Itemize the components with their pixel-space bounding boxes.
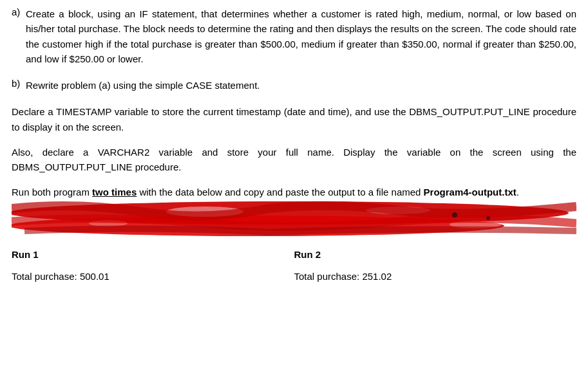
run2-label: Total purchase: (294, 271, 360, 282)
section-a-label: a) (12, 6, 26, 66)
run1-label: Total purchase: (12, 271, 77, 282)
runs-section: Run 1 Total purchase: 500.01 Run 2 Total… (12, 249, 576, 284)
run1-title: Run 1 (12, 249, 294, 260)
section-a: a) Create a block, using an IF statement… (12, 6, 576, 66)
run2-data: Total purchase: 251.02 (294, 269, 577, 284)
run-both-end: . (517, 187, 519, 198)
run-both-bold: two times (92, 187, 137, 198)
section-b: b) Rewrite problem (a) using the simple … (12, 78, 576, 93)
run2-value: 251.02 (362, 271, 392, 282)
section-b-label: b) (12, 78, 26, 93)
run-both-block: Run both program two times with the data… (12, 185, 576, 235)
run1-value: 500.01 (80, 271, 109, 282)
run-both-bold2: Program4-output.txt (424, 187, 517, 198)
paragraph-varchar: Also, declare a VARCHAR2 variable and st… (12, 145, 576, 175)
section-a-text: Create a block, using an IF statement, t… (26, 6, 576, 66)
svg-point-6 (452, 212, 457, 217)
run-both-suffix: with the data below and copy and paste t… (137, 187, 423, 198)
section-b-text: Rewrite problem (a) using the simple CAS… (26, 78, 576, 93)
redaction-svg (12, 199, 576, 236)
run-both-line: Run both program two times with the data… (12, 185, 576, 199)
run1-data: Total purchase: 500.01 (12, 269, 294, 284)
paragraph-timestamp: Declare a TIMESTAMP variable to store th… (12, 104, 576, 134)
svg-point-7 (486, 216, 490, 220)
content-area: a) Create a block, using an IF statement… (12, 6, 576, 284)
run-both-prefix: Run both program (12, 187, 92, 198)
run2-column: Run 2 Total purchase: 251.02 (294, 249, 577, 284)
redacted-overlay (12, 199, 576, 236)
run1-column: Run 1 Total purchase: 500.01 (12, 249, 294, 284)
run2-title: Run 2 (294, 249, 577, 260)
